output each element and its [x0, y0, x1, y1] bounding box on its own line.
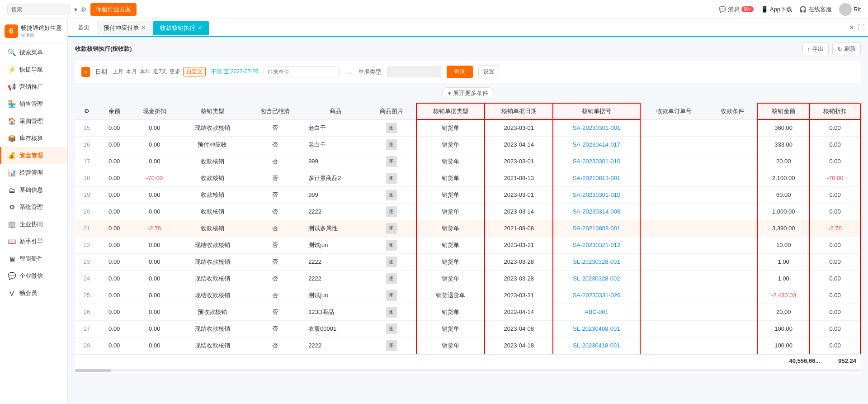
date-links: 上月 本月 本年 近7天 更多 自定义: [113, 67, 206, 76]
date-7days[interactable]: 近7天: [153, 68, 167, 76]
customer-service-link[interactable]: 🎧 在线客服: [799, 5, 832, 14]
row-cash-discount: 0.00: [130, 253, 179, 270]
industry-solution-button[interactable]: 休验行业方案: [90, 3, 137, 16]
expand-more-button[interactable]: ▾ 展开更多条件: [442, 87, 494, 99]
doc-no-link[interactable]: SL-20230418-001: [573, 342, 620, 349]
doc-no-link[interactable]: SA-20230331-026: [573, 292, 621, 299]
doc-no-link[interactable]: SA-20230321-012: [573, 242, 621, 248]
sidebar-item-basic[interactable]: 🗂 基础信息: [0, 181, 67, 199]
col-cash-discount: 现金折扣: [130, 103, 179, 119]
user-info[interactable]: Rit: [839, 3, 861, 16]
sidebar-item-guide[interactable]: 📖 新手引导: [0, 233, 67, 250]
sidebar-item-system[interactable]: ⚙ 系统管理: [0, 199, 67, 216]
tab-prepay[interactable]: 预付冲应付单 ✕: [97, 21, 152, 35]
sidebar-item-hardware[interactable]: 🖥 智能硬件: [0, 250, 67, 267]
sidebar-item-finance[interactable]: 💰 资金管理: [0, 147, 67, 164]
sidebar-item-search[interactable]: 🔍 搜索菜单: [0, 44, 67, 61]
table-footer: 40,556,66... 952.24: [75, 354, 861, 367]
setting-button[interactable]: 设置: [478, 65, 499, 78]
row-include-settled: 否: [246, 304, 304, 320]
sidebar-label-sales: 销售管理: [19, 100, 43, 108]
row-cancel-type: 预收款核销: [179, 304, 246, 320]
row-cancel-amount: 360.00: [757, 119, 810, 136]
sidebar-item-wechat[interactable]: 💬 企业微信: [0, 267, 67, 285]
sidebar-item-member[interactable]: V 畅会员: [0, 285, 67, 302]
tab-home[interactable]: 首页: [71, 21, 96, 34]
tab-expand-button[interactable]: ⛶: [858, 24, 864, 31]
date-this-month[interactable]: 本月: [126, 68, 137, 76]
doc-type-select[interactable]: [387, 67, 441, 77]
filter-dots[interactable]: ...: [345, 68, 353, 75]
date-more[interactable]: 更多: [170, 68, 180, 76]
corp-icon: 🏢: [8, 220, 16, 228]
scroll-thumb[interactable]: [75, 369, 111, 372]
doc-no-link[interactable]: SL-20230408-001: [573, 325, 620, 332]
doc-no-link[interactable]: SL-20230328-002: [573, 275, 620, 282]
tab-receipt-cancel[interactable]: 收款核销执行 ✕: [153, 21, 209, 35]
sidebar-item-ops[interactable]: 📊 经营管理: [0, 164, 67, 181]
row-include-settled: 否: [246, 287, 304, 304]
sidebar-label-wechat: 企业微信: [19, 272, 43, 280]
date-custom-btn[interactable]: 自定义: [183, 67, 206, 76]
date-last-month[interactable]: 上月: [113, 68, 123, 76]
row-cancel-doc-type: 销货单: [416, 237, 485, 253]
row-cancel-discount: 0.00: [810, 237, 860, 253]
query-button[interactable]: 查询: [447, 66, 473, 78]
sidebar-label-ops: 经营管理: [19, 169, 43, 177]
col-goods-img: 商品图片: [367, 103, 416, 119]
tab-receipt-cancel-close[interactable]: ✕: [198, 25, 202, 31]
export-button[interactable]: ↑ 导出: [802, 43, 829, 55]
service-icon: 🎧: [799, 6, 807, 13]
gear-icon[interactable]: ⚙: [81, 6, 87, 13]
top-bar-right: 💬 消息 99+ 📱 App下载 🎧 在线客服 Rit: [719, 3, 861, 16]
goods-img-cell: 图: [367, 237, 416, 253]
row-cancel-type: 收款核销: [179, 186, 246, 203]
doc-no-link[interactable]: SA-20210808-001: [573, 225, 621, 232]
row-no: 23: [75, 253, 99, 270]
row-no: 21: [75, 220, 99, 237]
doc-no-link[interactable]: SA-20230301-010: [573, 158, 621, 165]
tab-prepay-close[interactable]: ✕: [142, 25, 146, 31]
filter-expand-toggle[interactable]: »: [81, 67, 90, 77]
sidebar-item-marketing[interactable]: 📢 营销推广: [0, 78, 67, 95]
goods-img-cell: 图: [367, 170, 416, 186]
refresh-button[interactable]: ↻ 刷新: [832, 43, 861, 55]
row-goods: 测试多属性: [304, 220, 367, 237]
date-this-year[interactable]: 本年: [140, 68, 151, 76]
row-cancel-doc-type: 销货单: [416, 170, 485, 186]
sidebar-item-sales[interactable]: 🏪 销售管理: [0, 95, 67, 113]
doc-no-link[interactable]: SA-20210813-001: [573, 175, 621, 181]
sidebar-item-corp[interactable]: 🏢 企业协同: [0, 216, 67, 233]
message-badge[interactable]: 💬 消息 99+: [719, 5, 754, 14]
page-content: 收款核销执行(按收款) ↑ 导出 ↻ 刷新 » 日期 上月: [68, 37, 868, 404]
row-goods: 999: [304, 153, 367, 170]
row-cancel-discount: 0.00: [810, 287, 860, 304]
col-cancel-type: 核销类型: [179, 103, 246, 119]
doc-no-link[interactable]: SA-20230314-008: [573, 208, 621, 215]
row-cancel-doc-date: 2023-03-01: [485, 186, 553, 203]
row-receipt-condition: [708, 253, 757, 270]
top-bar-left: ▾ ⚙ 休验行业方案: [7, 3, 714, 16]
goods-img-cell: 图: [367, 320, 416, 337]
doc-no-link[interactable]: SA-20230301-001: [573, 124, 621, 131]
doc-no-link[interactable]: ABC-001: [585, 309, 609, 315]
sidebar-item-inventory[interactable]: 📦 库存核算: [0, 130, 67, 147]
row-cancel-amount: -2,430.00: [757, 287, 810, 304]
app-download-link[interactable]: 📱 App下载: [761, 5, 792, 14]
export-icon: ↑: [807, 46, 811, 52]
partner-input[interactable]: [264, 67, 340, 77]
chevron-down-icon[interactable]: ▾: [74, 6, 77, 13]
horizontal-scrollbar[interactable]: [75, 369, 861, 372]
row-balance: 0.00: [99, 153, 130, 170]
top-search-input[interactable]: [7, 5, 71, 14]
doc-no-link[interactable]: SA-20230301-010: [573, 191, 621, 198]
doc-no-link[interactable]: SA-20230414-017: [573, 141, 621, 148]
row-cancel-doc-type: 销货单: [416, 320, 485, 337]
doc-no-link[interactable]: SL-20230328-001: [573, 258, 620, 265]
sidebar-item-purchase[interactable]: 🏠 采购管理: [0, 113, 67, 130]
col-gear[interactable]: ⚙: [75, 103, 99, 119]
sidebar-item-quick[interactable]: ⚡ 快捷导航: [0, 61, 67, 78]
row-cancel-type: 现结收款核销: [179, 337, 246, 354]
row-receipt-condition: [708, 170, 757, 186]
tab-close-button[interactable]: ✕: [849, 24, 854, 31]
